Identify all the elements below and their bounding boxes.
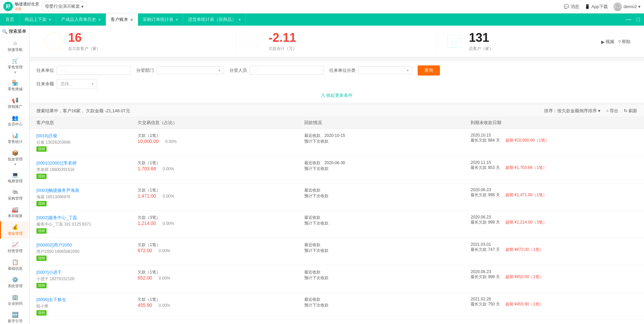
customer-name[interactable]: [0007]小进干: [36, 270, 62, 275]
customer-contact: 用户2050 18665062050: [36, 249, 138, 255]
top-bar-left: 好 畅捷通好生意 示范 母婴行业演示账套 ▾: [3, 2, 87, 11]
recovery-cell-3: 最近收款 预计下次收款: [304, 215, 471, 226]
recovery-cell-6: 最近收款 预计下次收款: [304, 297, 471, 308]
debt-cell-6: 欠款（1笔） 455.90 0.00%: [138, 297, 304, 308]
message-btn[interactable]: 💬 消息: [564, 4, 579, 10]
sidebar-item-batch-mgmt[interactable]: 📦 批发管理 ▼: [0, 147, 29, 169]
overdue-link[interactable]: 超期 ¥1,471.00（1笔）: [505, 193, 547, 197]
nav-tabs-right: — □: [624, 17, 644, 23]
filter-row-2: 往来余额 选择... ▾: [36, 79, 637, 89]
source-unit-input[interactable]: ···: [57, 66, 131, 75]
customer-contact: 海蒸 18513066976: [36, 194, 138, 200]
collapse-filters-btn[interactable]: ⋀ 收起更多条件: [36, 92, 637, 98]
tab-product-offline[interactable]: 商品上下架 ✕: [20, 13, 56, 26]
debt-label: 欠款（1笔）: [138, 269, 304, 275]
close-icon[interactable]: ✕: [49, 18, 51, 22]
top-bar-right: 💬 消息 📱 App下载 demo2 ▾: [564, 2, 641, 11]
sidebar-item-retail-mall[interactable]: 🏪 零售商城: [0, 77, 29, 94]
overdue-info: 最长欠款 750 天 超期 ¥455.90（1笔）: [471, 301, 637, 307]
sidebar-item-enterprise[interactable]: 🏢 企业协同: [0, 291, 29, 309]
company-selector[interactable]: 母婴行业演示账套 ▾: [42, 2, 87, 11]
overdue-link[interactable]: 超期 ¥652.00（1笔）: [505, 274, 543, 279]
balance-select[interactable]: 选择... ▾: [57, 79, 97, 89]
chevron-down-icon: ▾: [219, 68, 220, 72]
overdue-link[interactable]: 超期 ¥10,000.00（1笔）: [505, 138, 549, 143]
sidebar-search[interactable]: 🔍 搜索菜单: [0, 26, 29, 37]
unit-category-select[interactable]: ▾: [358, 66, 412, 74]
status-badge: 现销: [36, 228, 47, 234]
svg-rect-7: [456, 38, 459, 42]
debt-amount[interactable]: 1,471.00: [138, 193, 156, 199]
sidebar-item-ecommerce[interactable]: 💻 电商管理: [0, 169, 29, 186]
tab-customer-account[interactable]: 客户账本 ✕: [106, 13, 138, 26]
tab-home[interactable]: 首页: [0, 13, 20, 26]
star-icon: ☆: [13, 40, 18, 47]
overdue-link[interactable]: 超期 ¥1,214.00（3笔）: [505, 220, 547, 225]
chevron-down-icon: ▼: [13, 70, 17, 74]
sort-select[interactable]: 排序：按欠款金额倒序排序 ▾: [544, 108, 600, 114]
video-btn[interactable]: ▶ 视频: [601, 39, 614, 45]
sidebar-item-retail-mgmt[interactable]: 🛒 零售管理 ▼: [0, 55, 29, 77]
sidebar-item-new-guide[interactable]: 🆕 新手引导: [0, 309, 29, 324]
close-icon[interactable]: ✕: [130, 18, 133, 22]
sidebar-item-marketing[interactable]: 📢 营销推广: [0, 94, 29, 112]
member-icon: 👥: [12, 115, 19, 121]
recovery-label: 最近收款 2020-10-15: [304, 133, 471, 139]
svg-rect-8: [452, 43, 457, 48]
table-row: [0001020001]李老师 李老师 18600391516 现销 欠款（1笔…: [30, 156, 644, 183]
customer-name[interactable]: [0002]服务中心_丁磊: [36, 215, 77, 220]
sidebar-item-retail-stats[interactable]: 📊 零售统计: [0, 129, 29, 147]
debt-amount[interactable]: 10,000.00: [138, 139, 159, 144]
sidebar-item-quick-nav[interactable]: ☆ 快捷导航: [0, 37, 29, 55]
sidebar-item-purchase[interactable]: 🛍 采购管理: [0, 186, 29, 204]
overdue-link[interactable]: 超期 ¥1,703.68（1笔）: [505, 165, 547, 170]
manager-input[interactable]: ···: [250, 66, 324, 75]
retail-icon: 🛒: [12, 58, 19, 64]
maximize-btn[interactable]: □: [635, 17, 641, 23]
debt-label: 欠款（1笔）: [138, 187, 304, 193]
close-icon[interactable]: ✕: [175, 18, 178, 22]
overdue-link[interactable]: 超期 ¥672.00（1笔）: [505, 247, 543, 252]
debt-amount[interactable]: 1,703.68: [138, 166, 156, 171]
customer-name[interactable]: [0006]去下粮仓: [36, 297, 66, 302]
due-date-cell-4: 2021.03.01 最长欠款 747 天 超期 ¥672.00（1笔）: [471, 242, 637, 253]
refresh-btn[interactable]: ↻ 刷新: [624, 108, 637, 114]
overdue-link[interactable]: 超期 ¥455.90（1笔）: [505, 302, 543, 306]
minimize-btn[interactable]: —: [624, 17, 633, 23]
query-button[interactable]: 查询: [418, 65, 440, 76]
debt-percent: 0.00%: [163, 221, 174, 226]
close-icon[interactable]: ✕: [98, 18, 101, 22]
sidebar-item-business[interactable]: 📈 经营管理: [0, 239, 29, 256]
chevron-up-icon: ⋀: [321, 93, 325, 98]
recovery-label: 最近收款 2020-06-30: [304, 160, 471, 166]
customer-name[interactable]: [0016]吕俊: [36, 133, 57, 138]
debt-cell-4: 欠款（1笔） 672.00 0.00%: [138, 242, 304, 253]
help-btn[interactable]: ? 帮助: [618, 39, 631, 45]
sidebar-item-warehouse[interactable]: 🏭 库存核算: [0, 204, 29, 221]
customer-name[interactable]: [0001020001]李老师: [36, 160, 77, 166]
tab-purchase-summary[interactable]: 采购订单统计表 ✕: [138, 13, 183, 26]
tab-inbound-summary[interactable]: 进货单统计表（按商品） ✕: [183, 13, 246, 26]
sidebar-item-capital[interactable]: 💰 资金管理: [0, 221, 29, 239]
sidebar-item-basic[interactable]: 📋 基础信息: [0, 256, 29, 274]
tab-product-history[interactable]: 产成品入库单历史 ✕: [56, 13, 106, 26]
stat-card-total-customers: 131 总客户（家） ▶ 视频 ? 帮助: [437, 31, 637, 52]
sidebar-item-system[interactable]: ⚙️ 系统管理: [0, 274, 29, 291]
dept-select[interactable]: ▾: [157, 66, 224, 74]
sidebar-item-member[interactable]: 👥 会员中心: [0, 112, 29, 129]
debt-amount[interactable]: 455.90: [138, 302, 152, 308]
overdue-info: 最长欠款 998 天 超期 ¥652.00（1笔）: [471, 274, 637, 280]
customer-cell-4: [000002]用户2050 用户2050 18665062050 现销: [36, 242, 138, 261]
user-menu[interactable]: demo2 ▾: [613, 2, 641, 11]
warehouse-icon: 🏭: [12, 206, 19, 213]
svg-point-1: [615, 8, 621, 11]
customer-name[interactable]: [000002]用户2050: [36, 242, 72, 247]
app-download-btn[interactable]: 📱 App下载: [585, 4, 608, 10]
debt-label: 欠款（1笔）: [138, 242, 304, 248]
customer-name[interactable]: [0003]畅捷服务尹海蒸: [36, 188, 79, 193]
debt-amount[interactable]: 672.00: [138, 248, 152, 253]
debt-amount[interactable]: 652.00: [138, 275, 152, 281]
close-icon[interactable]: ✕: [238, 18, 241, 22]
debt-amount[interactable]: 1,214.00: [138, 220, 156, 226]
export-btn[interactable]: ○ 导出: [606, 108, 618, 114]
